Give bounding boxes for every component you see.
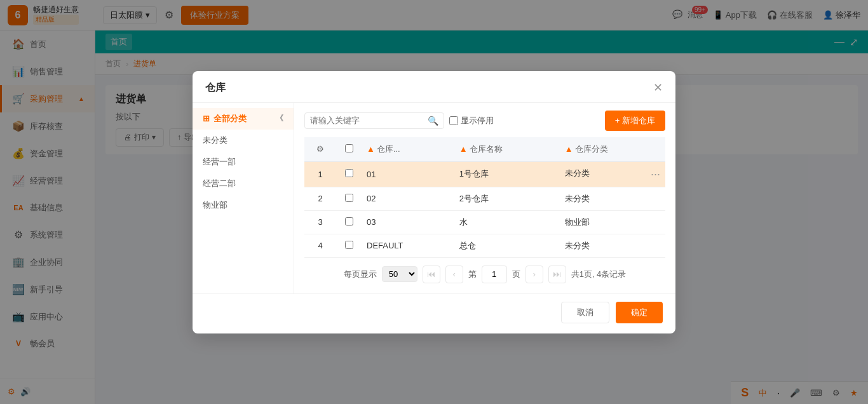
col-gear: ⚙: [304, 137, 336, 162]
category-header: ⊞ 全部分类 《: [193, 108, 294, 130]
category-item-1[interactable]: 经营一部: [193, 151, 294, 173]
row-gear-4: 4: [304, 234, 336, 257]
row-name-4: 总仓: [454, 234, 560, 257]
confirm-button[interactable]: 确定: [616, 302, 663, 323]
row-code-3: 03: [362, 210, 454, 234]
search-bar: 🔍 显示停用 + 新增仓库: [304, 111, 665, 131]
sort-icon: ▲: [367, 144, 375, 154]
row-cb-2: [336, 187, 362, 210]
category-item-2[interactable]: 经营二部: [193, 173, 294, 194]
table-row[interactable]: 3 03 水 物业部: [304, 210, 665, 234]
page-info: 共1页, 4条记录: [571, 269, 627, 280]
col-checkbox: [336, 137, 362, 162]
page-word: 第: [468, 269, 477, 280]
table-row[interactable]: 1 01 1号仓库 未分类 ···: [304, 161, 665, 187]
search-input-wrap: 🔍: [304, 112, 444, 129]
row-checkbox-2[interactable]: [345, 194, 353, 202]
row-category-3: 物业部: [560, 210, 665, 234]
row-gear-2: 2: [304, 187, 336, 210]
row-cb-1: [336, 161, 362, 187]
col-code: ▲ 仓库...: [362, 137, 454, 162]
row-category-2: 未分类: [560, 187, 665, 210]
row-checkbox-1[interactable]: [345, 169, 353, 177]
show-disabled-checkbox[interactable]: [449, 116, 458, 125]
grid-icon: ⊞: [203, 114, 210, 123]
row-category-4: 未分类: [560, 234, 665, 257]
dialog-title: 仓库: [205, 81, 226, 95]
row-gear-1: 1: [304, 161, 336, 187]
row-name-3: 水: [454, 210, 560, 234]
row-gear-3: 3: [304, 210, 336, 234]
collapse-icon[interactable]: 《: [276, 113, 283, 124]
category-panel: ⊞ 全部分类 《 未分类 经营一部 经营二部 物业部: [193, 103, 294, 293]
per-page-label: 每页显示: [344, 269, 377, 280]
next-page-btn[interactable]: ›: [526, 266, 543, 283]
row-checkbox-4[interactable]: [345, 241, 353, 249]
row-cb-4: [336, 234, 362, 257]
dialog-overlay: 仓库 ✕ ⊞ 全部分类 《 未分类 经营一部 经营二部 物业部: [0, 0, 868, 404]
table-row[interactable]: 2 02 2号仓库 未分类: [304, 187, 665, 210]
per-page-select[interactable]: 50 20 100: [382, 266, 417, 282]
page-suffix: 页: [512, 269, 520, 280]
col-category: ▲ 仓库分类: [560, 137, 665, 162]
search-input[interactable]: [310, 116, 428, 125]
page-number-input[interactable]: [482, 266, 507, 283]
last-page-btn[interactable]: ⏭: [548, 266, 566, 283]
search-icon[interactable]: 🔍: [428, 116, 438, 126]
pagination: 每页显示 50 20 100 ⏮ ‹ 第 页 › ⏭ 共1页, 4条记录: [304, 258, 665, 286]
dialog-header: 仓库 ✕: [193, 71, 675, 103]
table-row[interactable]: 4 DEFAULT 总仓 未分类: [304, 234, 665, 257]
table-panel: 🔍 显示停用 + 新增仓库 ⚙: [294, 103, 675, 293]
row-category-1: 未分类 ···: [560, 161, 665, 187]
row-name-2: 2号仓库: [454, 187, 560, 210]
add-warehouse-button[interactable]: + 新增仓库: [605, 111, 665, 131]
warehouse-dialog: 仓库 ✕ ⊞ 全部分类 《 未分类 经营一部 经营二部 物业部: [193, 71, 675, 333]
cancel-button[interactable]: 取消: [561, 302, 609, 323]
dialog-body: ⊞ 全部分类 《 未分类 经营一部 经营二部 物业部 🔍: [193, 103, 675, 293]
table-header-row: ⚙ ▲ 仓库...: [304, 137, 665, 162]
dialog-footer: 取消 确定: [193, 293, 675, 333]
row-cb-3: [336, 210, 362, 234]
row-checkbox-3[interactable]: [345, 217, 353, 226]
show-disabled-label: 显示停用: [449, 115, 494, 126]
category-item-3[interactable]: 物业部: [193, 194, 294, 216]
row-action-1[interactable]: ···: [651, 168, 660, 181]
sort-icon-3: ▲: [565, 144, 573, 154]
row-name-1: 1号仓库: [454, 161, 560, 187]
row-code-2: 02: [362, 187, 454, 210]
select-all-checkbox[interactable]: [345, 144, 353, 152]
row-code-1: 01: [362, 161, 454, 187]
sort-icon-2: ▲: [459, 144, 468, 154]
col-name: ▲ 仓库名称: [454, 137, 560, 162]
first-page-btn[interactable]: ⏮: [423, 266, 440, 283]
prev-page-btn[interactable]: ‹: [445, 266, 463, 283]
dialog-close-button[interactable]: ✕: [653, 82, 663, 93]
row-code-4: DEFAULT: [362, 234, 454, 257]
category-item-unclassified[interactable]: 未分类: [193, 130, 294, 151]
warehouse-table: ⚙ ▲ 仓库...: [304, 137, 665, 258]
